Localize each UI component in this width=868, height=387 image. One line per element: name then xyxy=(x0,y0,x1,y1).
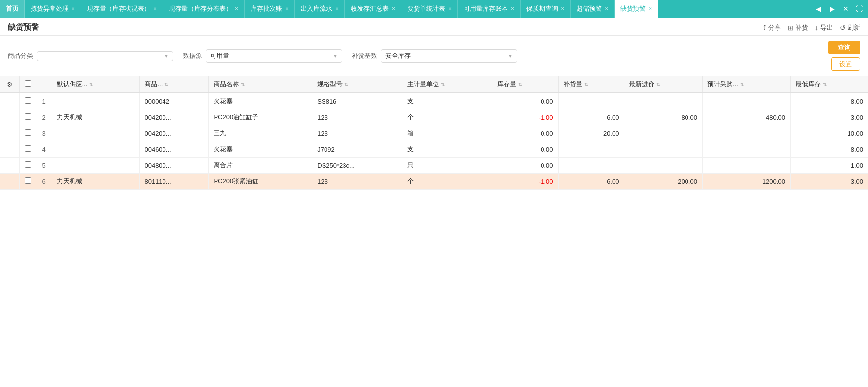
export-button[interactable]: ↓ 导出 xyxy=(815,23,833,32)
tab-scroll-right[interactable]: ▶ xyxy=(825,2,839,16)
col-header-latest_price[interactable]: 最新进价⇅ xyxy=(624,76,702,93)
query-button[interactable]: 查询 xyxy=(828,41,860,54)
tab-label-inventory-status: 现存量（库存状况表） xyxy=(87,4,150,13)
row-min-stock-0: 8.00 xyxy=(790,93,868,109)
select-all-checkbox[interactable] xyxy=(25,80,31,87)
col-header-default_supplier[interactable]: 默认供应...⇅ xyxy=(52,76,140,93)
row-checkbox-4[interactable] xyxy=(25,161,31,168)
col-header-min_stock[interactable]: 最低库存⇅ xyxy=(790,76,868,93)
sort-icon-latest_price: ⇅ xyxy=(656,82,660,87)
tab-close-overstock[interactable]: × xyxy=(605,5,608,12)
tab-available[interactable]: 可用量库存账本× xyxy=(458,0,521,18)
tab-flow[interactable]: 出入库流水× xyxy=(295,0,345,18)
restock-button[interactable]: ⊞ 补货 xyxy=(788,23,808,32)
share-button[interactable]: ⤴ 分享 xyxy=(763,23,781,32)
row-checkbox-cell-5 xyxy=(19,174,36,190)
tab-batch[interactable]: 库存批次账× xyxy=(245,0,295,18)
tab-exception[interactable]: 拣货异常处理× xyxy=(25,0,81,18)
tab-receive-pay[interactable]: 收发存汇总表× xyxy=(345,0,401,18)
tab-close-exception[interactable]: × xyxy=(72,5,75,12)
tab-label-home: 首页 xyxy=(6,4,18,13)
tab-close-available[interactable]: × xyxy=(511,5,514,12)
col-header-product_name[interactable]: 商品名称⇅ xyxy=(209,76,312,93)
row-unit-3: 支 xyxy=(402,141,492,158)
category-label: 商品分类 xyxy=(8,52,33,60)
tab-inventory-dist[interactable]: 现存量（库存分布表）× xyxy=(163,0,245,18)
row-checkbox-cell-2 xyxy=(19,125,36,141)
row-stock-4: 0.00 xyxy=(492,158,558,174)
col-label-spec: 规格型号 xyxy=(317,80,343,88)
table-header: ⚙默认供应...⇅商品...⇅商品名称⇅规格型号⇅主计量单位⇅库存量⇅补货量⇅最… xyxy=(0,76,868,93)
tab-close-receive-pay[interactable]: × xyxy=(392,5,395,12)
sort-icon-spec: ⇅ xyxy=(344,82,348,87)
row-checkbox-2[interactable] xyxy=(25,129,31,136)
tab-label-inventory-dist: 现存量（库存分布表） xyxy=(169,4,232,13)
tab-close-flow[interactable]: × xyxy=(335,5,339,12)
settings-button[interactable]: 设置 xyxy=(831,57,860,71)
tab-close-all[interactable]: ✕ xyxy=(839,2,852,16)
sort-icon-min_stock: ⇅ xyxy=(823,82,827,87)
col-header-product_code[interactable]: 商品...⇅ xyxy=(140,76,209,93)
row-spec-2: 123 xyxy=(312,125,402,141)
col-label-product_code: 商品... xyxy=(145,80,163,88)
category-select[interactable]: ▼ xyxy=(37,51,173,61)
restock-base-value: 安全库存 xyxy=(385,52,504,60)
refresh-button[interactable]: ↺ 刷新 xyxy=(840,23,860,32)
gear-icon[interactable]: ⚙ xyxy=(7,81,13,88)
row-supplier-2 xyxy=(52,125,140,141)
table-row: 10000042火花塞SS816支0.008.00 xyxy=(0,93,868,109)
row-stock-0: 0.00 xyxy=(492,93,558,109)
tab-fullscreen[interactable]: ⛶ xyxy=(852,2,866,16)
tab-close-shortage[interactable]: × xyxy=(649,5,652,12)
row-spec-0: SS816 xyxy=(312,93,402,109)
row-estimated-purchase-2 xyxy=(702,125,790,141)
tab-close-inventory-status[interactable]: × xyxy=(153,5,157,12)
tab-overstock[interactable]: 超储预警× xyxy=(571,0,615,18)
datasource-label: 数据源 xyxy=(183,52,202,60)
export-icon: ↓ xyxy=(815,24,818,32)
restock-base-select[interactable]: 安全库存 ▼ xyxy=(381,49,517,63)
tab-label-available: 可用量库存账本 xyxy=(464,4,508,13)
table-row: 2力天机械004200...PC200油缸缸子123个-1.006.0080.0… xyxy=(0,109,868,125)
tab-label-batch: 库存批次账 xyxy=(251,4,282,13)
tab-scroll-left[interactable]: ◀ xyxy=(812,2,825,16)
restock-base-filter-group: 补货基数 安全库存 ▼ xyxy=(352,49,517,63)
tab-label-demand: 要货单统计表 xyxy=(407,4,445,13)
row-product-code-5: 801110... xyxy=(140,174,209,190)
tab-demand[interactable]: 要货单统计表× xyxy=(401,0,458,18)
tab-shortage[interactable]: 缺货预警× xyxy=(615,0,658,18)
row-min-stock-3: 8.00 xyxy=(790,141,868,158)
table-row: 5004800...离合片DS250*23c...只0.001.00 xyxy=(0,158,868,174)
tab-expire[interactable]: 保质期查询× xyxy=(521,0,571,18)
tab-home[interactable]: 首页 xyxy=(0,0,25,18)
tab-close-batch[interactable]: × xyxy=(285,5,289,12)
category-filter-group: 商品分类 ▼ xyxy=(8,51,173,61)
main-content: 缺货预警 ⤴ 分享 ⊞ 补货 ↓ 导出 ↺ 刷新 商品分类 xyxy=(0,18,868,387)
row-estimated-purchase-0 xyxy=(702,93,790,109)
tab-close-expire[interactable]: × xyxy=(561,5,564,12)
row-checkbox-5[interactable] xyxy=(25,177,31,184)
row-checkbox-3[interactable] xyxy=(25,145,31,152)
col-header-unit[interactable]: 主计量单位⇅ xyxy=(402,76,492,93)
row-checkbox-1[interactable] xyxy=(25,113,31,120)
col-header-spec[interactable]: 规格型号⇅ xyxy=(312,76,402,93)
datasource-filter-group: 数据源 可用量 ▼ xyxy=(183,49,342,63)
row-checkbox-cell-0 xyxy=(19,93,36,109)
datasource-select[interactable]: 可用量 ▼ xyxy=(206,49,342,63)
row-supplier-4 xyxy=(52,158,140,174)
col-header-gear: ⚙ xyxy=(0,76,19,93)
tab-close-demand[interactable]: × xyxy=(448,5,452,12)
tab-label-expire: 保质期查询 xyxy=(526,4,558,13)
row-checkbox-cell-3 xyxy=(19,141,36,158)
sort-icon-estimated_purchase: ⇅ xyxy=(740,82,744,87)
tab-inventory-status[interactable]: 现存量（库存状况表）× xyxy=(81,0,163,18)
row-latest-price-4 xyxy=(624,158,702,174)
tab-close-inventory-dist[interactable]: × xyxy=(235,5,238,12)
col-header-stock[interactable]: 库存量⇅ xyxy=(492,76,558,93)
restock-base-label: 补货基数 xyxy=(352,52,377,60)
row-checkbox-0[interactable] xyxy=(25,97,31,104)
row-supplier-3 xyxy=(52,141,140,158)
col-header-estimated_purchase[interactable]: 预计采购...⇅ xyxy=(702,76,790,93)
row-gear-2 xyxy=(0,125,19,141)
col-header-restock_qty[interactable]: 补货量⇅ xyxy=(558,76,624,93)
